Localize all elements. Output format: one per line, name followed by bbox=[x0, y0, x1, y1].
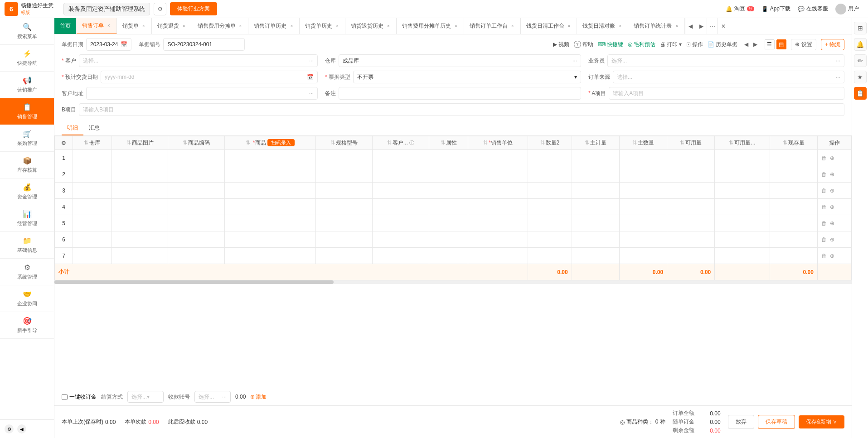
th-image[interactable]: ⇅商品图片 bbox=[112, 136, 168, 150]
row-7-delete-icon[interactable]: 🗑 bbox=[821, 253, 827, 259]
invoice-type-select[interactable]: 不开票 ▾ bbox=[353, 71, 581, 83]
row-4-customer-code[interactable] bbox=[372, 199, 429, 215]
staff-input[interactable]: 选择... ··· bbox=[607, 54, 844, 67]
row-6-copy-icon[interactable]: ⊕ bbox=[830, 236, 834, 243]
row-5-available[interactable] bbox=[667, 215, 715, 231]
tab-sales-order-history[interactable]: 销售订单历史 × bbox=[248, 18, 300, 34]
th-main-unit[interactable]: ⇅主计量 bbox=[572, 136, 619, 150]
detail-tab-detail[interactable]: 明细 bbox=[62, 121, 83, 135]
th-warehouse[interactable]: ⇅仓库 bbox=[73, 136, 112, 150]
row-6-delete-icon[interactable]: 🗑 bbox=[821, 236, 827, 243]
row-3-main-qty[interactable] bbox=[619, 183, 667, 199]
row-2-qty2[interactable] bbox=[528, 166, 572, 183]
th-name[interactable]: ⇅ *商品 扫码录入 bbox=[225, 136, 316, 150]
sidebar-item-system[interactable]: ⚙ 系统管理 bbox=[0, 259, 54, 285]
row-6-warehouse[interactable] bbox=[73, 231, 112, 248]
help-button[interactable]: ? 帮助 bbox=[574, 41, 593, 48]
tab-close-invoice-history[interactable]: × bbox=[335, 23, 339, 29]
row-5-copy-icon[interactable]: ⊕ bbox=[830, 220, 834, 226]
row-5-code[interactable] bbox=[168, 215, 225, 231]
staff-dots-button[interactable]: ··· bbox=[836, 58, 840, 64]
row-1-available2[interactable] bbox=[715, 150, 770, 166]
sidebar-item-quicknav[interactable]: ⚡ 快捷导航 bbox=[0, 45, 54, 72]
delivery-date-input[interactable]: yyyy-mm-dd 📅 bbox=[101, 71, 318, 83]
row-4-unit[interactable] bbox=[468, 199, 528, 215]
scan-button[interactable]: 扫码录入 bbox=[267, 139, 295, 146]
row-6-main-qty[interactable] bbox=[619, 231, 667, 248]
account-select[interactable]: 选择... ··· bbox=[194, 391, 231, 403]
tab-sales-expense[interactable]: 销售费用分摊单 × bbox=[192, 18, 249, 34]
sidebar-item-collaboration[interactable]: 🤝 企业协同 bbox=[0, 285, 54, 312]
row-5-main-qty[interactable] bbox=[619, 215, 667, 231]
customer-dots-button[interactable]: ··· bbox=[309, 58, 314, 64]
horizontal-scrollbar[interactable] bbox=[54, 280, 852, 284]
row-3-available2[interactable] bbox=[715, 183, 770, 199]
tab-home[interactable]: 首页 bbox=[54, 18, 77, 34]
row-3-stock[interactable] bbox=[770, 183, 817, 199]
row-3-qty2[interactable] bbox=[528, 183, 572, 199]
warehouse-input[interactable]: 成品库 ··· bbox=[339, 54, 581, 67]
tab-return-history[interactable]: 销货退货历史 × bbox=[345, 18, 397, 34]
row-1-copy-icon[interactable]: ⊕ bbox=[830, 155, 834, 161]
th-main-qty[interactable]: ⇅主数量 bbox=[619, 136, 667, 150]
tab-nav-close[interactable]: ✕ bbox=[718, 18, 728, 34]
tab-close-sales-invoice[interactable]: × bbox=[141, 23, 146, 29]
row-1-qty2[interactable] bbox=[528, 150, 572, 166]
row-1-stock[interactable] bbox=[770, 150, 817, 166]
prev-record-button[interactable]: ◀ bbox=[742, 40, 751, 49]
th-attribute[interactable]: ⇅属性 bbox=[429, 136, 468, 150]
row-5-qty2[interactable] bbox=[528, 215, 572, 231]
tab-nav-left[interactable]: ◀ bbox=[685, 18, 696, 34]
order-source-input[interactable]: 选择... ··· bbox=[613, 71, 844, 83]
row-5-delete-icon[interactable]: 🗑 bbox=[821, 220, 827, 226]
row-6-image[interactable] bbox=[112, 231, 168, 248]
row-7-unit[interactable] bbox=[468, 248, 528, 264]
tab-close-daily-workbench[interactable]: × bbox=[567, 23, 572, 29]
customer-input[interactable]: 选择... ··· bbox=[79, 54, 318, 67]
row-7-main-unit[interactable] bbox=[572, 248, 619, 264]
order-source-dots-button[interactable]: ··· bbox=[836, 74, 840, 80]
payment-method-select[interactable]: 选择... ▾ bbox=[127, 391, 164, 403]
row-2-available2[interactable] bbox=[715, 166, 770, 183]
row-1-attribute[interactable] bbox=[429, 150, 468, 166]
row-7-warehouse[interactable] bbox=[73, 248, 112, 264]
form-view-button[interactable]: ▤ bbox=[776, 39, 786, 49]
row-3-customer-code[interactable] bbox=[372, 183, 429, 199]
th-qty2[interactable]: ⇅数量2 bbox=[528, 136, 572, 150]
right-panel-clipboard-button[interactable]: 📋 bbox=[854, 87, 867, 100]
view-video-button[interactable]: ▶ 视频 bbox=[553, 41, 569, 48]
row-4-available2[interactable] bbox=[715, 199, 770, 215]
customer-address-input[interactable]: ··· bbox=[86, 87, 318, 100]
row-4-spec[interactable] bbox=[316, 199, 373, 215]
row-1-image[interactable] bbox=[112, 150, 168, 166]
row-4-main-qty[interactable] bbox=[619, 199, 667, 215]
sidebar-item-search[interactable]: 🔍 搜索菜单 bbox=[0, 18, 54, 45]
row-7-available2[interactable] bbox=[715, 248, 770, 264]
th-available[interactable]: ⇅可用量 bbox=[667, 136, 715, 150]
sidebar-item-guide[interactable]: 🎯 新手引导 bbox=[0, 312, 54, 339]
row-2-main-unit[interactable] bbox=[572, 166, 619, 183]
row-1-available[interactable] bbox=[667, 150, 715, 166]
row-7-attribute[interactable] bbox=[429, 248, 468, 264]
discard-button[interactable]: 放弃 bbox=[728, 415, 754, 429]
row-2-customer-code[interactable] bbox=[372, 166, 429, 183]
add-checkout-button[interactable]: ⊕ 添加 bbox=[250, 393, 267, 401]
system-title[interactable]: 装备及固定资产辅助管理系统 bbox=[63, 3, 150, 15]
address-dots-button[interactable]: ··· bbox=[309, 90, 314, 96]
row-4-qty2[interactable] bbox=[528, 199, 572, 215]
print-dropdown-icon[interactable]: ▾ bbox=[679, 41, 682, 48]
tab-order-workbench[interactable]: 销售订单工作台 × bbox=[464, 18, 521, 34]
tab-expense-history[interactable]: 销售费用分摊单历史 × bbox=[397, 18, 464, 34]
row-5-name[interactable] bbox=[225, 215, 316, 231]
operations-button[interactable]: ⊡ 操作 bbox=[686, 41, 703, 48]
profit-forecast-button[interactable]: ◎ 毛利预估 bbox=[628, 41, 655, 48]
right-panel-star-button[interactable]: ★ bbox=[854, 71, 867, 83]
save-draft-button[interactable]: 保存草稿 bbox=[758, 415, 795, 429]
th-spec[interactable]: ⇅规格型号 bbox=[316, 136, 373, 150]
sidebar-item-inventory[interactable]: 📦 库存核算 bbox=[0, 152, 54, 178]
row-1-name[interactable] bbox=[225, 150, 316, 166]
th-available2[interactable]: ⇅可用量... bbox=[715, 136, 770, 150]
tab-daily-reconcile[interactable]: 钱货日清对账 × bbox=[577, 18, 628, 34]
tab-close-sales-expense[interactable]: × bbox=[238, 23, 243, 29]
row-1-code[interactable] bbox=[168, 150, 225, 166]
